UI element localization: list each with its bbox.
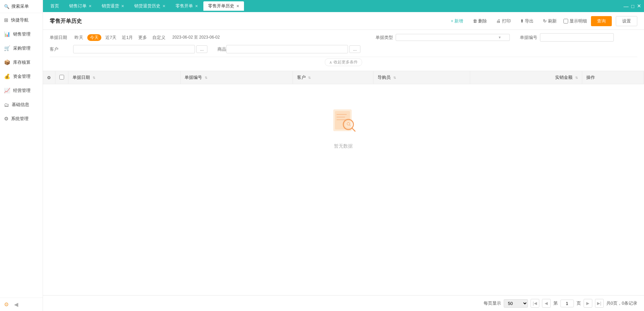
sidebar-item-purchase-mgmt[interactable]: 🛒 采购管理 — [0, 41, 43, 55]
th-no[interactable]: 单据编号 ⇅ — [181, 71, 293, 84]
print-btn[interactable]: 🖨 打印 — [494, 17, 513, 25]
select-all-checkbox[interactable] — [59, 75, 64, 80]
sidebar-item-label: 资金管理 — [13, 73, 31, 80]
export-btn[interactable]: ⬆ 导出 — [517, 17, 537, 25]
tab-home[interactable]: 首页 — [46, 1, 64, 11]
date-opt-last-month[interactable]: 近1月 — [120, 34, 134, 41]
collapse-btn[interactable]: ∧ 收起更多条件 — [325, 58, 362, 66]
th-date[interactable]: 单据日期 ⇅ — [68, 71, 181, 84]
tab-sales-return[interactable]: 销货退货 ✕ — [97, 1, 129, 11]
display-detail-checkbox[interactable] — [563, 19, 568, 23]
tab-sales-order[interactable]: 销售订单 ✕ — [64, 1, 96, 11]
pagination-bar: 每页显示 50 20 100 |◀ ◀ 第 页 ▶ ▶| 共0页，0条记录 — [43, 295, 644, 311]
customer-input[interactable] — [73, 45, 195, 53]
tab-retail-open-history[interactable]: 零售开单历史 ✕ — [203, 1, 244, 11]
per-page-label: 每页显示 — [484, 300, 501, 306]
date-opt-last7[interactable]: 近7天 — [104, 34, 118, 41]
sales-mgmt-icon: 📊 — [4, 31, 10, 37]
display-detail-label[interactable]: 显示明细 — [563, 18, 587, 24]
page-last-btn[interactable]: ▶| — [595, 299, 604, 308]
empty-illustration — [327, 104, 360, 138]
refresh-btn[interactable]: ↻ 刷新 — [540, 17, 559, 25]
date-label: 单据日期 — [50, 35, 73, 41]
date-opt-custom[interactable]: 自定义 — [151, 34, 167, 41]
sys-mgmt-icon: ⚙ — [4, 116, 8, 122]
customer-label: 客户 — [50, 46, 73, 52]
customer-search-btn[interactable]: ... — [196, 45, 207, 53]
page-size-select[interactable]: 50 20 100 — [504, 299, 528, 308]
data-table: ⚙ 单据日期 ⇅ 单据编号 ⇅ — [43, 71, 644, 169]
add-btn[interactable]: + 新增 — [448, 17, 466, 25]
bill-type-segment: 单据类型 ▼ — [376, 34, 510, 41]
sidebar-item-base-info[interactable]: 🗂 基础信息 — [0, 98, 43, 112]
sidebar-item-sys-mgmt[interactable]: ⚙ 系统管理 — [0, 112, 43, 126]
sidebar-item-label: 库存核算 — [13, 59, 31, 65]
settings-btn[interactable]: 设置 — [616, 16, 637, 26]
collapse-sidebar-icon[interactable]: ◀ — [14, 301, 18, 308]
table-body: 暂无数据 — [43, 84, 644, 170]
date-options: 昨天 今天 近7天 近1月 更多 自定义 2023-06-02 至 2023-0… — [73, 34, 220, 41]
filter-area: 单据日期 昨天 今天 近7天 近1月 更多 自定义 2023-06-02 至 2… — [43, 30, 644, 71]
table-container: ⚙ 单据日期 ⇅ 单据编号 ⇅ — [43, 71, 644, 295]
bill-no-segment: 单据编号 — [520, 33, 637, 42]
date-opt-yesterday[interactable]: 昨天 — [73, 34, 85, 41]
tab-retail-open-label: 零售开单 — [176, 3, 193, 9]
sidebar-item-inventory[interactable]: 📦 库存核算 — [0, 55, 43, 69]
finance-icon: 💰 — [4, 73, 10, 80]
toolbar: + 新增 🗑 删除 🖨 打印 ⬆ 导出 ↻ 刷新 显示明细 查询 设置 — [448, 16, 637, 26]
date-opt-today[interactable]: 今天 — [87, 34, 101, 41]
tab-sales-return-history-label: 销货退货历史 — [134, 3, 160, 9]
tab-retail-open-history-close[interactable]: ✕ — [236, 4, 239, 8]
sidebar-item-label: 系统管理 — [11, 116, 29, 122]
search-icon: 🔍 — [4, 4, 9, 9]
sidebar-search-label: 搜索采单 — [11, 3, 29, 9]
bill-no-input[interactable] — [540, 33, 614, 42]
tab-retail-open-close[interactable]: ✕ — [195, 4, 198, 8]
sort-date-icon: ⇅ — [93, 76, 95, 80]
bill-type-select[interactable]: ▼ — [396, 34, 510, 41]
inventory-icon: 📦 — [4, 59, 10, 65]
th-settings[interactable]: ⚙ — [43, 71, 55, 84]
sidebar-item-quick-nav[interactable]: ⊞ 快捷导航 — [0, 13, 43, 27]
window-controls: — □ ✕ — [624, 3, 641, 9]
sidebar-item-operation[interactable]: 📈 经营管理 — [0, 84, 43, 98]
sort-amount-icon: ⇅ — [575, 76, 578, 80]
goods-input[interactable] — [226, 45, 348, 53]
table-header-row: ⚙ 单据日期 ⇅ 单据编号 ⇅ — [43, 71, 644, 84]
goods-search-btn[interactable]: ... — [349, 45, 360, 53]
settings-col-icon[interactable]: ⚙ — [47, 75, 51, 80]
tab-sales-return-history-close[interactable]: ✕ — [162, 4, 165, 8]
th-salesperson[interactable]: 导购员 ⇅ — [374, 71, 470, 84]
close-btn[interactable]: ✕ — [637, 3, 641, 9]
page-title-row: 零售开单历史 + 新增 🗑 删除 🖨 打印 ⬆ 导出 ↻ 刷新 显示明细 查询 … — [50, 16, 637, 26]
tab-sales-order-close[interactable]: ✕ — [89, 4, 92, 8]
tab-sales-return-history[interactable]: 销货退货历史 ✕ — [130, 1, 170, 11]
page-next-btn[interactable]: ▶ — [584, 299, 592, 308]
base-info-icon: 🗂 — [4, 102, 9, 108]
main-content: 首页 销售订单 ✕ 销货退货 ✕ 销货退货历史 ✕ 零售开单 ✕ 零售开单历史 … — [43, 0, 644, 311]
settings-icon[interactable]: ⚙ — [4, 301, 9, 308]
delete-btn[interactable]: 🗑 删除 — [470, 17, 490, 25]
tab-retail-open[interactable]: 零售开单 ✕ — [171, 1, 203, 11]
maximize-btn[interactable]: □ — [631, 3, 634, 9]
sidebar-bottom: ⚙ ◀ — [0, 298, 43, 311]
sidebar-item-finance[interactable]: 💰 资金管理 — [0, 69, 43, 84]
th-checkbox[interactable] — [55, 71, 68, 84]
tab-sales-return-close[interactable]: ✕ — [121, 4, 124, 8]
empty-text: 暂无数据 — [334, 143, 353, 149]
bill-type-arrow-icon: ▼ — [498, 36, 501, 39]
date-opt-more[interactable]: 更多 — [137, 34, 148, 41]
bill-no-label: 单据编号 — [520, 35, 537, 41]
page-first-btn[interactable]: |◀ — [531, 299, 539, 308]
th-customer[interactable]: 客户 ⇅ — [293, 71, 373, 84]
sidebar-search[interactable]: 🔍 搜索采单 — [0, 0, 43, 13]
empty-state: 暂无数据 — [43, 84, 644, 169]
minimize-btn[interactable]: — — [624, 3, 629, 9]
page-prev-btn[interactable]: ◀ — [542, 299, 551, 308]
sidebar-item-sales-mgmt[interactable]: 📊 销售管理 — [0, 27, 43, 41]
query-btn[interactable]: 查询 — [591, 16, 612, 26]
th-amount[interactable]: 实销金额 ⇅ — [470, 71, 582, 84]
filter-row-1: 单据日期 昨天 今天 近7天 近1月 更多 自定义 2023-06-02 至 2… — [50, 33, 637, 42]
svg-line-7 — [352, 128, 355, 131]
page-number-input[interactable] — [560, 300, 574, 307]
